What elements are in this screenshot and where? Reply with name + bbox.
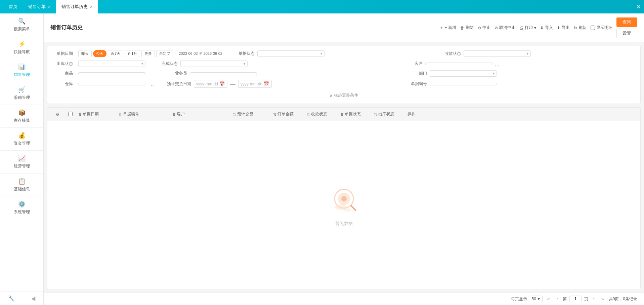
sidebar-item-inventory[interactable]: 📦 库存核算	[0, 105, 43, 128]
filter-row-3: 商品 ... 业务员 ... 部门 ▾	[53, 70, 635, 77]
col-stock-header[interactable]: ⇅ 出库状态	[372, 111, 405, 117]
col-client-header[interactable]: ⇅ 客户	[170, 111, 231, 117]
col-date-header[interactable]: ⇅ 单据日期	[76, 111, 117, 117]
cancel-stop-btn[interactable]: ⊘ 取消中止	[495, 25, 515, 31]
salesperson-dots-btn[interactable]: ...	[260, 71, 264, 76]
date-btn-more[interactable]: 更多	[141, 50, 155, 57]
calendar-end-icon: 📅	[264, 81, 269, 86]
order-num-input[interactable]	[430, 83, 497, 85]
receipt-status-label: 收款状态	[441, 51, 461, 56]
sidebar-item-base-info[interactable]: 📋 基础信息	[0, 174, 43, 196]
show-detail-checkbox-label[interactable]: 显示明细	[591, 25, 612, 31]
col-stock-label: 出库状态	[378, 111, 394, 117]
client-input[interactable]	[425, 63, 492, 65]
sidebar-item-system[interactable]: ⚙️ 系统管理	[0, 196, 43, 219]
tab-sales-order[interactable]: 销售订单 ✕	[23, 0, 56, 13]
goods-dots-btn[interactable]: ...	[151, 71, 155, 76]
dept-select[interactable]: ▾	[430, 70, 497, 77]
sidebar-item-finance-label: 资金管理	[14, 141, 30, 146]
sidebar-item-management[interactable]: 📈 经营管理	[0, 151, 43, 174]
sidebar-item-sales[interactable]: 📊 销售管理	[0, 59, 43, 82]
sort-delivery-icon: ⇅	[233, 112, 236, 117]
dept-arrow: ▾	[493, 72, 495, 75]
next-page-btn[interactable]: ›	[591, 296, 597, 302]
sidebar-item-purchase[interactable]: 🛒 采购管理	[0, 82, 43, 105]
sort-stock-icon: ⇅	[374, 112, 377, 117]
col-amount-header[interactable]: ⇅ 订单金额	[271, 111, 305, 117]
show-detail-label: 显示明细	[596, 25, 612, 31]
warehouse-dots-btn[interactable]: ...	[151, 81, 155, 87]
col-check-header[interactable]	[64, 112, 76, 117]
add-btn[interactable]: ＋ + 新增	[439, 25, 456, 31]
stop-btn[interactable]: ⊘ 中止	[478, 25, 490, 31]
delivery-date-end[interactable]: yyyy-mm-dd 📅	[238, 80, 272, 88]
table-area: ⚙ ⇅ 单据日期 ⇅ 单据编号 ⇅ 客户 ⇅	[47, 107, 641, 289]
empty-icon	[327, 184, 361, 217]
set-button[interactable]: 设置	[616, 29, 637, 38]
last-page-btn[interactable]: »	[599, 296, 606, 302]
import-btn-label: 导入	[545, 25, 553, 31]
dept-label: 部门	[407, 71, 427, 76]
client-dots-btn[interactable]: ...	[495, 61, 499, 67]
col-delivery-header[interactable]: ⇅ 预计交货...	[231, 111, 271, 117]
select-all-checkbox[interactable]	[68, 112, 73, 116]
svg-point-3	[341, 196, 347, 201]
sidebar-collapse-btn[interactable]: ◀	[31, 295, 35, 302]
col-num-header[interactable]: ⇅ 单据编号	[117, 111, 170, 117]
window-close-btn[interactable]: ✕	[636, 4, 641, 10]
purchase-icon: 🛒	[18, 86, 26, 93]
sort-amount-icon: ⇅	[273, 112, 276, 117]
col-receipt-header[interactable]: ⇅ 收款状态	[305, 111, 338, 117]
pagination: 每页显示 50 ▼ « ‹ 第 页 › » 共0页，0条记录	[44, 293, 644, 305]
cancel-stop-icon: ⊘	[495, 26, 498, 30]
query-button[interactable]: 查询	[616, 17, 637, 27]
tab-home[interactable]: 首页	[3, 0, 23, 13]
sidebar-item-system-label: 系统管理	[14, 209, 30, 215]
complete-select[interactable]: ▾	[180, 61, 248, 67]
sidebar-item-search[interactable]: 🔍 搜索菜单	[0, 13, 43, 36]
sidebar-item-sales-label: 销售管理	[14, 72, 30, 78]
status-select[interactable]: ▾	[257, 50, 325, 57]
col-order-header[interactable]: ⇅ 单据状态	[338, 111, 372, 117]
goods-input[interactable]	[78, 72, 145, 75]
warehouse-input[interactable]	[78, 83, 145, 85]
print-btn[interactable]: 🖨 打印 ▾	[519, 25, 536, 31]
col-settings-header[interactable]: ⚙	[51, 112, 64, 117]
import-btn[interactable]: ⬇ 导入	[540, 25, 553, 31]
date-btn-yesterday[interactable]: 昨天	[78, 50, 92, 57]
date-btn-7days[interactable]: 近7天	[108, 50, 123, 57]
sidebar-settings-btn[interactable]: 🔧	[8, 295, 15, 302]
date-btn-custom[interactable]: 自定义	[156, 50, 173, 57]
tab-sales-order-history[interactable]: 销售订单历史 ✕	[56, 0, 98, 13]
date-btn-today[interactable]: 今天	[93, 50, 106, 57]
sidebar-item-quicknav[interactable]: ⚡ 快捷导航	[0, 36, 43, 59]
sidebar-item-finance[interactable]: 💰 资金管理	[0, 128, 43, 151]
system-icon: ⚙️	[18, 200, 26, 208]
collapse-btn[interactable]: ∧ 收起更多条件	[53, 91, 635, 100]
prev-page-btn[interactable]: ‹	[555, 296, 560, 302]
page-num-input[interactable]	[569, 296, 582, 302]
tab-sales-order-close[interactable]: ✕	[48, 5, 51, 9]
sidebar-item-management-label: 经营管理	[14, 163, 30, 169]
refresh-btn[interactable]: ↻ 刷新	[574, 25, 587, 31]
delivery-date-start-placeholder: yyyy-mm-dd	[196, 82, 218, 86]
receipt-status-arrow: ▾	[527, 52, 528, 55]
base-info-icon: 📋	[18, 178, 26, 185]
salesperson-input[interactable]	[190, 72, 257, 75]
management-icon: 📈	[18, 155, 26, 162]
delete-btn-label: 删除	[466, 25, 474, 31]
receipt-status-select[interactable]: ▾	[464, 50, 531, 57]
date-btn-1month[interactable]: 近1月	[125, 50, 140, 57]
settings-icon: ⚙	[56, 112, 59, 117]
export-btn[interactable]: ⬆ 导出	[557, 25, 570, 31]
stock-select[interactable]: ▾	[78, 61, 145, 67]
tab-sales-order-history-close[interactable]: ✕	[90, 5, 93, 9]
show-detail-checkbox[interactable]	[591, 26, 595, 30]
per-page-select[interactable]: 50 ▼	[530, 296, 542, 302]
top-bar: 首页 销售订单 ✕ 销售订单历史 ✕ ✕	[0, 0, 644, 13]
delivery-date-start[interactable]: yyyy-mm-dd 📅	[194, 80, 227, 88]
sales-icon: 📊	[18, 63, 26, 71]
first-page-btn[interactable]: «	[545, 296, 552, 302]
sort-receipt-icon: ⇅	[307, 112, 310, 117]
delete-btn[interactable]: 🗑 删除	[460, 25, 474, 31]
